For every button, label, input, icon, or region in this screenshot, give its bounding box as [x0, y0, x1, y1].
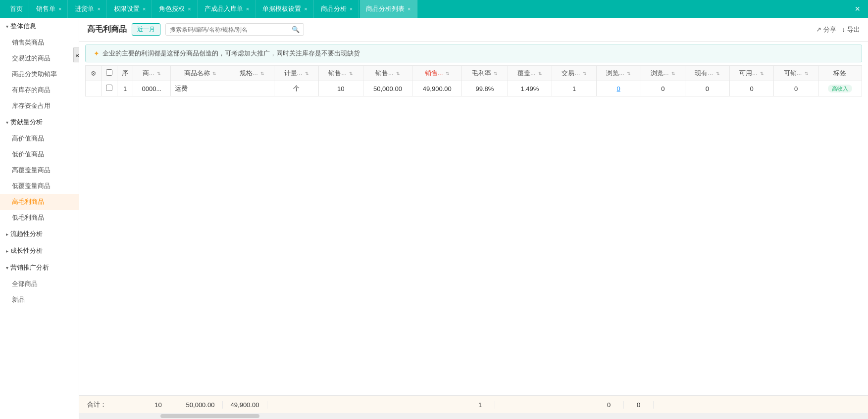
- close-permission-icon[interactable]: ×: [143, 6, 146, 12]
- sidebar-section-trend[interactable]: ▸ 流趋性分析: [0, 226, 79, 242]
- td-code: 0000...: [133, 81, 171, 96]
- sort-browse1-icon[interactable]: ⇅: [627, 71, 631, 76]
- th-settings[interactable]: ⚙: [86, 66, 102, 81]
- top-navigation: 首页 销售单 × 进货单 × 权限设置 × 角色授权 × 产成品入库单 × 单据…: [0, 0, 868, 18]
- sidebar-section-marketing[interactable]: ▾ 营销推广分析: [0, 259, 79, 276]
- close-purchase-order-icon[interactable]: ×: [97, 6, 100, 12]
- sidebar-section-growth[interactable]: ▸ 成长性分析: [0, 242, 79, 259]
- search-button[interactable]: 🔍: [288, 24, 304, 35]
- sidebar-item-stock-capital[interactable]: 库存资金占用: [0, 98, 79, 114]
- sort-code-icon[interactable]: ⇅: [157, 71, 161, 76]
- sidebar-section-overall[interactable]: ▾ 整体信息: [0, 18, 79, 35]
- td-sales-amount: 50,000.00: [363, 81, 412, 96]
- export-button[interactable]: ↓ 导出: [842, 25, 861, 34]
- total-sales-profit: 49,900.00: [223, 401, 267, 409]
- close-all-tabs-button[interactable]: ×: [851, 4, 864, 14]
- scrollbar-thumb[interactable]: [160, 414, 259, 418]
- sidebar-item-low-margin[interactable]: 低毛利商品: [0, 210, 79, 226]
- total-current-stock: 0: [594, 401, 624, 409]
- header-actions: ↗ 分享 ↓ 导出: [816, 25, 861, 34]
- page-title: 高毛利商品: [87, 24, 127, 35]
- nav-sales-order[interactable]: 销售单 ×: [30, 0, 68, 18]
- close-role-auth-icon[interactable]: ×: [188, 6, 191, 12]
- product-table: ⚙ 序 商... ⇅ 商品名称: [85, 65, 862, 96]
- close-product-analysis-list-icon[interactable]: ×: [408, 6, 410, 12]
- nav-home[interactable]: 首页: [4, 0, 29, 18]
- sort-transaction-icon[interactable]: ⇅: [583, 71, 587, 76]
- sidebar-item-high-margin[interactable]: 高毛利商品: [0, 194, 79, 210]
- sidebar-item-category-sales-rate[interactable]: 商品分类助销率: [0, 66, 79, 82]
- td-browse1[interactable]: 0: [596, 81, 641, 96]
- time-filter-button[interactable]: 近一月: [132, 23, 160, 36]
- table-body: 1 0000... 运费 个: [86, 81, 862, 96]
- th-sales-profit: 销售... ⇅: [412, 66, 462, 81]
- nav-product-analysis-list[interactable]: 商品分析列表 ×: [360, 0, 417, 18]
- th-available-stock: 可用... ⇅: [729, 66, 774, 81]
- sort-browse2-icon[interactable]: ⇅: [671, 71, 675, 76]
- th-name: 商品名称 ⇅: [170, 66, 230, 81]
- sidebar-item-high-coverage[interactable]: 高覆盖量商品: [0, 162, 79, 178]
- nav-permission-settings[interactable]: 权限设置 ×: [108, 0, 152, 18]
- search-input[interactable]: [166, 24, 288, 35]
- nav-template-settings[interactable]: 单据模板设置 ×: [256, 0, 313, 18]
- section-arrow-growth: ▸: [6, 248, 8, 254]
- sidebar-item-low-coverage[interactable]: 低覆盖量商品: [0, 178, 79, 194]
- total-sales-amount: 50,000.00: [178, 401, 223, 409]
- content-area: 高毛利商品 近一月 🔍 ↗ 分享 ↓ 导出 ✦ 企业的主要的利润都是这部分商品创…: [79, 18, 868, 419]
- horizontal-scrollbar[interactable]: [79, 413, 868, 419]
- sort-coverage-icon[interactable]: ⇅: [538, 71, 542, 76]
- sort-current-stock-icon[interactable]: ⇅: [716, 71, 720, 76]
- total-sales-count: 10: [139, 401, 178, 409]
- row-checkbox[interactable]: [106, 85, 112, 91]
- sidebar-section-overall-items: 销售类商品 交易过的商品 商品分类助销率 有库存的商品 库存资金占用: [0, 35, 79, 114]
- sort-sales-profit-icon[interactable]: ⇅: [446, 71, 450, 76]
- tag-badge: 高收入: [828, 85, 852, 93]
- sidebar-item-sales-goods[interactable]: 销售类商品: [0, 35, 79, 50]
- sort-available-stock-icon[interactable]: ⇅: [760, 71, 764, 76]
- sidebar: ▾ 整体信息 销售类商品 交易过的商品 商品分类助销率 有库存的商品 库存资金占…: [0, 18, 79, 419]
- export-icon: ↓: [842, 26, 846, 33]
- sort-name-icon[interactable]: ⇅: [212, 71, 216, 76]
- sort-gross-margin-icon[interactable]: ⇅: [494, 71, 498, 76]
- sidebar-item-new-products[interactable]: 新品: [0, 292, 79, 308]
- nav-product-inbound[interactable]: 产成品入库单 ×: [199, 0, 255, 18]
- td-sellable-stock: 0: [774, 81, 818, 96]
- sidebar-section-contribution[interactable]: ▾ 贡献量分析: [0, 114, 79, 131]
- nav-purchase-order[interactable]: 进货单 ×: [69, 0, 106, 18]
- select-all-checkbox[interactable]: [106, 69, 112, 76]
- footer-totals: 合计： 10 50,000.00 49,900.00 1 0: [79, 395, 868, 413]
- sidebar-item-all-goods[interactable]: 全部商品: [0, 276, 79, 292]
- search-box: 🔍: [165, 23, 304, 36]
- sort-sellable-stock-icon[interactable]: ⇅: [805, 71, 809, 76]
- td-checkbox[interactable]: [102, 81, 117, 96]
- sidebar-item-traded-goods[interactable]: 交易过的商品: [0, 50, 79, 66]
- sort-sales-count-icon[interactable]: ⇅: [349, 71, 353, 76]
- sort-sales-amount-icon[interactable]: ⇅: [396, 71, 400, 76]
- th-checkbox[interactable]: [102, 66, 117, 81]
- share-button[interactable]: ↗ 分享: [816, 25, 836, 34]
- sidebar-section-contribution-items: 高价值商品 低价值商品 高覆盖量商品 低覆盖量商品 高毛利商品 低毛利商品: [0, 131, 79, 226]
- share-icon: ↗: [816, 26, 821, 33]
- main-layout: ▾ 整体信息 销售类商品 交易过的商品 商品分类助销率 有库存的商品 库存资金占…: [0, 18, 868, 419]
- table-wrapper[interactable]: ⚙ 序 商... ⇅ 商品名称: [79, 65, 868, 395]
- td-transaction: 1: [552, 81, 597, 96]
- table-row: 1 0000... 运费 个: [86, 81, 862, 96]
- sort-spec-icon[interactable]: ⇅: [260, 71, 264, 76]
- nav-product-analysis[interactable]: 商品分析 ×: [315, 0, 359, 18]
- th-transaction: 交易... ⇅: [552, 66, 597, 81]
- close-sales-order-icon[interactable]: ×: [58, 6, 61, 12]
- sort-unit-icon[interactable]: ⇅: [305, 71, 309, 76]
- sidebar-item-low-value[interactable]: 低价值商品: [0, 146, 79, 162]
- nav-role-auth[interactable]: 角色授权 ×: [153, 0, 197, 18]
- close-product-inbound-icon[interactable]: ×: [246, 6, 249, 12]
- close-product-analysis-icon[interactable]: ×: [350, 6, 353, 12]
- sidebar-item-in-stock-goods[interactable]: 有库存的商品: [0, 82, 79, 98]
- nav-right: ×: [851, 4, 864, 14]
- close-template-icon[interactable]: ×: [304, 6, 307, 12]
- th-gross-margin: 毛利率 ⇅: [462, 66, 508, 81]
- sidebar-collapse-button[interactable]: «: [73, 47, 79, 62]
- td-available-stock: 0: [729, 81, 774, 96]
- th-code: 商... ⇅: [133, 66, 171, 81]
- info-banner: ✦ 企业的主要的利润都是这部分商品创造的，可考虑加大推广，同时关注库存是不要出现…: [85, 45, 862, 62]
- sidebar-item-high-value[interactable]: 高价值商品: [0, 131, 79, 146]
